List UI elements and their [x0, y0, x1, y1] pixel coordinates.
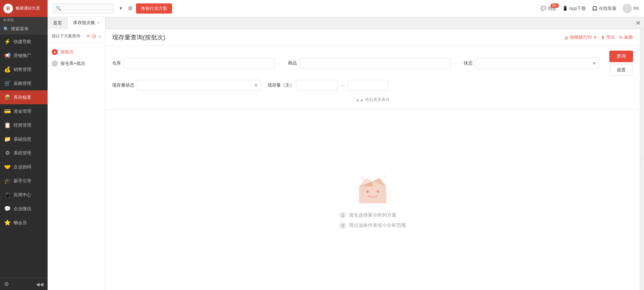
scheme-add-icon[interactable]: +	[86, 33, 90, 40]
product-label: 商品	[288, 60, 297, 66]
nav-icon-finance: 💳	[4, 108, 11, 114]
app-logo: B	[3, 4, 13, 13]
message-icon-group[interactable]: 💬 消息 99+	[541, 5, 556, 12]
warehouse-more-btn[interactable]: ···	[277, 61, 281, 66]
scheme-header-actions: + ⊙ «	[86, 33, 101, 40]
nav-icon-app-center: 📱	[4, 192, 11, 198]
svg-point-8	[383, 175, 386, 178]
sidebar-item-basic[interactable]: 📁 基础信息	[0, 132, 48, 146]
step-2-circle: 2	[339, 222, 346, 229]
sidebar-item-sales[interactable]: 💰 销售管理	[0, 62, 48, 76]
sidebar-item-marketing[interactable]: 📢 营销推广	[0, 49, 48, 62]
tab-close-icon[interactable]: ×	[97, 20, 100, 25]
sidebar-item-label: 营销推广	[14, 53, 31, 59]
export-btn[interactable]: ⬆ 导出	[601, 34, 615, 40]
nav-icon-quick-nav: ⚡	[4, 38, 11, 45]
settings-button[interactable]: 设置	[609, 64, 633, 76]
app-download-label: App下载	[569, 5, 586, 12]
inventory-qty-from[interactable]	[297, 80, 338, 91]
svg-rect-0	[359, 186, 386, 203]
sidebar-search[interactable]: 🔍 搜索菜单	[0, 23, 48, 35]
right-side-handle[interactable]: ›	[640, 29, 644, 290]
user-avatar-group[interactable]: Rit	[623, 4, 639, 13]
sidebar-item-finance[interactable]: 💳 资金管理	[0, 104, 48, 118]
status-select-wrapper: ▼	[475, 58, 599, 69]
inventory-status-field: 现存量状态 ▼	[112, 80, 261, 91]
app-download-icon-group[interactable]: 📱 App下载	[562, 5, 586, 12]
sidebar-item-wechat[interactable]: 💬 企业微信	[0, 202, 48, 216]
inventory-qty-to[interactable]	[348, 80, 388, 91]
message-badge: 99+	[550, 3, 559, 8]
left-panel-header: 按以下方案查询 + ⊙ «	[48, 29, 105, 43]
right-panel: 现存量查询(按批次) 🖨 按模板打印 ▼ ⬆ 导出 ↻ 刷新	[105, 29, 640, 290]
refresh-btn[interactable]: ↻ 刷新	[619, 34, 633, 40]
empty-illustration	[352, 171, 393, 205]
print-dropdown-icon[interactable]: ▼	[593, 35, 597, 39]
sidebar-item-inventory[interactable]: 📦 库存核算	[0, 90, 48, 104]
sidebar-item-newbie[interactable]: 🎓 新手引导	[0, 174, 48, 188]
sidebar-item-label: 库存核算	[14, 94, 31, 101]
step-2-text: 用过滤条件来缩小分析范围	[349, 222, 406, 229]
svg-point-5	[366, 190, 369, 193]
nav-icon-membership: ⭐	[4, 219, 11, 226]
sidebar-item-label: 应用中心	[14, 192, 31, 198]
sidebar-item-enterprise[interactable]: 🤝 企业协同	[0, 160, 48, 174]
status-field: 状态 ▼	[464, 58, 599, 69]
filter-row-2: 现存量状态 ▼ 现存量（主） —	[112, 80, 633, 91]
nav-icon-marketing: 📢	[4, 52, 11, 59]
trial-btn[interactable]: 体验行业方案	[136, 3, 172, 14]
scheme-icon-active: ●	[52, 49, 58, 55]
topbar-gear-icon[interactable]: ⚙	[128, 5, 133, 12]
sidebar-item-operations[interactable]: 📋 经营管理	[0, 118, 48, 132]
sidebar-collapse-icon[interactable]: ◀◀	[36, 282, 44, 287]
content-area: 按以下方案查询 + ⊙ « ● 按批次 ○ 按仓库+批次	[48, 29, 644, 290]
sidebar-item-membership[interactable]: ⭐ 畅会员	[0, 216, 48, 230]
topbar-search-icon: 🔍	[56, 6, 61, 11]
inventory-status-select[interactable]	[137, 80, 261, 91]
tab-home[interactable]: 首页	[48, 17, 68, 29]
headset-icon: 🎧	[592, 6, 597, 11]
query-button[interactable]: 查询	[609, 51, 633, 62]
user-name: Rit	[633, 6, 639, 11]
sidebar: B 畅康通好生意 标准版 🔍 搜索菜单 ⚡ 快捷导航 📢 营销推广 💰 销售管理…	[0, 0, 48, 290]
search-menu-label: 搜索菜单	[11, 26, 29, 32]
app-download-icon: 📱	[562, 6, 568, 11]
sidebar-item-system[interactable]: ⚙ 系统管理	[0, 146, 48, 160]
product-input[interactable]	[300, 58, 451, 69]
scheme-icon-inactive: ○	[52, 60, 58, 67]
tab-home-label: 首页	[53, 20, 62, 26]
collapse-more-btn[interactable]: ▲▲ 收起更多条件	[112, 95, 633, 105]
sidebar-settings-icon[interactable]: ⚙	[4, 281, 9, 287]
message-icon: 💬	[541, 6, 546, 11]
tabs-bar: 首页 库存批次账 × ✕	[48, 17, 644, 29]
scheme-label-by-warehouse-batch: 按仓库+批次	[61, 60, 85, 67]
topbar-search-box[interactable]: 🔍	[53, 3, 114, 14]
tabs-close-all-icon[interactable]: ✕	[635, 19, 641, 27]
topbar-right: 💬 消息 99+ 📱 App下载 🎧 在线客服 Rit	[541, 4, 639, 13]
scheme-item-by-warehouse-batch[interactable]: ○ 按仓库+批次	[48, 58, 105, 69]
print-btn[interactable]: 🖨 按模板打印 ▼	[564, 34, 597, 40]
sidebar-item-app-center[interactable]: 📱 应用中心	[0, 188, 48, 202]
nav-icon-sales: 💰	[4, 66, 11, 73]
scheme-collapse-icon[interactable]: «	[98, 34, 101, 39]
sidebar-item-quick-nav[interactable]: ⚡ 快捷导航	[0, 35, 48, 49]
scheme-item-by-batch[interactable]: ● 按批次	[48, 46, 105, 58]
status-select[interactable]	[475, 58, 599, 69]
topbar-dropdown-btn[interactable]: ▼	[117, 4, 124, 12]
scheme-settings-icon[interactable]: ⊙	[92, 33, 96, 39]
topbar: 🔍 ▼ ⚙ 体验行业方案 💬 消息 99+ 📱 App下载 🎧 在线客服 Rit	[48, 0, 644, 17]
warehouse-input[interactable]	[124, 58, 275, 69]
svg-point-6	[376, 190, 379, 193]
refresh-icon: ↻	[619, 35, 623, 40]
product-more-btn[interactable]: ···	[453, 61, 457, 66]
nav-icon-operations: 📋	[4, 122, 11, 128]
scheme-header-label: 按以下方案查询	[52, 33, 80, 39]
sidebar-item-purchase[interactable]: 🛒 采购管理	[0, 76, 48, 90]
filter-actions: 查询 设置	[609, 51, 633, 76]
tab-inventory-batch[interactable]: 库存批次账 ×	[68, 17, 105, 29]
empty-step-1: 1 请先选择要分析的方案	[339, 212, 406, 219]
edition-label: 标准版	[0, 17, 48, 23]
inventory-qty-dash: —	[340, 83, 345, 88]
inventory-qty-field: 现存量（主） —	[268, 80, 416, 91]
online-service-icon-group[interactable]: 🎧 在线客服	[592, 5, 616, 12]
